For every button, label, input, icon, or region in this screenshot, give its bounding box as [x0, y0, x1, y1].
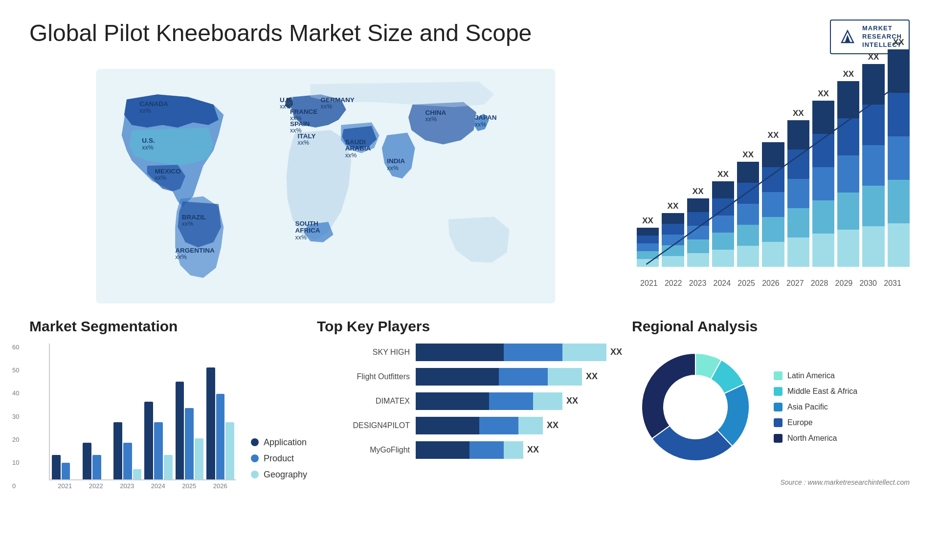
bar-top-label: XX: [818, 89, 829, 99]
bar-top-label: XX: [742, 150, 754, 160]
player-bar-segment: [518, 417, 543, 434]
bar-segment: [712, 181, 734, 198]
bar-stack: [862, 64, 884, 267]
bar-year-label: 2028: [807, 279, 832, 288]
bar-stack: [837, 81, 859, 267]
bar-segment: [787, 208, 809, 237]
seg-y-label: 10: [12, 459, 19, 466]
bar-top-label: XX: [893, 38, 904, 47]
player-bar-segment: [416, 392, 489, 410]
bar-segment: [812, 101, 834, 134]
key-players-container: SKY HIGHXXFlight OutfittersXXDIMATEXXXDE…: [317, 344, 622, 459]
bar-stack: [637, 228, 659, 267]
seg-legend-item: Geography: [251, 470, 307, 480]
seg-x-label: 2024: [144, 482, 172, 490]
bar-segment: [662, 213, 684, 224]
bar-segment: [837, 81, 859, 118]
bar-segment: [837, 155, 859, 193]
bar-group: XX: [862, 52, 884, 267]
key-players-title: Top Key Players: [317, 318, 622, 335]
page-container: Global Pilot Kneeboards Market Size and …: [0, 0, 939, 504]
bar-group: XX: [787, 108, 809, 267]
seg-legend-dot: [251, 438, 259, 446]
bar-year-label: 2030: [856, 279, 880, 288]
bar-group: XX: [888, 38, 910, 267]
bar-segment: [737, 183, 759, 204]
bar-segment: [637, 236, 659, 243]
svg-text:xx%: xx%: [175, 254, 187, 260]
bar-segment: [712, 198, 734, 215]
key-players-section: Top Key Players SKY HIGHXXFlight Outfitt…: [317, 318, 622, 490]
seg-y-label: 30: [12, 413, 19, 420]
donut-svg: [632, 344, 759, 471]
bar-segment: [837, 193, 859, 230]
player-bar-segment: [533, 392, 562, 410]
svg-text:xx%: xx%: [475, 121, 487, 128]
svg-text:xx%: xx%: [295, 234, 307, 240]
svg-text:xx%: xx%: [142, 144, 154, 151]
player-row: DESIGN4PILOTXX: [317, 417, 622, 434]
bar-segment: [812, 134, 834, 167]
player-bar: [416, 344, 606, 361]
bar-chart-section: XXXXXXXXXXXXXXXXXXXXXX 20212022202320242…: [632, 69, 910, 303]
regional-legend-item: Asia Pacific: [774, 403, 857, 411]
seg-legend-dot: [251, 454, 259, 462]
canada-label: CANADA: [139, 100, 168, 108]
regional-legend-color: [774, 403, 782, 411]
seg-bar: [154, 422, 163, 479]
seg-bar: [216, 394, 225, 479]
bar-segment: [812, 234, 834, 267]
seg-bar-group: [144, 402, 172, 479]
bar-segment: [662, 235, 684, 245]
player-row: DIMATEXXX: [317, 392, 622, 410]
bar-group: XX: [812, 89, 834, 267]
seg-y-label: 60: [12, 344, 19, 351]
seg-x-label: 2021: [51, 482, 79, 490]
regional-legend-color: [774, 434, 782, 443]
bar-segment: [737, 225, 759, 246]
bar-segment: [888, 223, 910, 267]
seg-bar-group: [176, 382, 203, 479]
seg-bar-group: [52, 455, 80, 479]
bar-stack: [712, 181, 734, 267]
svg-text:SPAIN: SPAIN: [290, 120, 310, 128]
bar-year-label: 2031: [880, 279, 905, 288]
bar-stack: [888, 49, 910, 267]
seg-bar: [176, 382, 184, 479]
svg-text:xx%: xx%: [155, 174, 166, 181]
bar-segment: [687, 253, 709, 267]
bar-top-label: XX: [843, 69, 854, 79]
bar-year-label: 2024: [710, 279, 734, 288]
regional-section: Regional Analysis Latin AmericaMiddle Ea…: [632, 318, 910, 490]
bar-group: XX: [662, 201, 684, 267]
bar-top-label: XX: [868, 52, 879, 62]
bar-year-label: 2021: [637, 279, 661, 288]
regional-legend: Latin AmericaMiddle East & AfricaAsia Pa…: [774, 371, 857, 443]
bar-stack: [762, 142, 784, 267]
bar-year-label: 2026: [759, 279, 783, 288]
player-bar-segment: [416, 417, 479, 434]
bar-segment: [888, 49, 910, 93]
bar-segment: [662, 224, 684, 235]
seg-chart-area: [49, 344, 236, 480]
source-footer: Source : www.marketresearchintellect.com: [632, 478, 910, 486]
bar-group: XX: [712, 170, 734, 267]
bar-top-label: XX: [717, 170, 729, 179]
player-bar-label: XX: [527, 445, 539, 455]
player-bar: [416, 417, 543, 434]
world-map-svg: CANADA xx% U.S. xx% MEXICO xx% BRAZIL xx…: [29, 69, 622, 303]
player-bar-segment: [562, 344, 606, 361]
player-bar-container: XX: [416, 417, 559, 434]
seg-legend: ApplicationProductGeography: [251, 437, 307, 490]
bar-segment: [762, 167, 784, 192]
bar-segment: [637, 228, 659, 236]
page-title: Global Pilot Kneeboards Market Size and …: [29, 20, 532, 46]
svg-text:xx%: xx%: [345, 151, 357, 158]
seg-bar: [62, 463, 70, 479]
player-name: DESIGN4PILOT: [317, 421, 410, 430]
seg-bar: [164, 455, 173, 479]
player-bar-label: XX: [547, 420, 559, 431]
svg-text:ARGENTINA: ARGENTINA: [175, 246, 215, 254]
regional-container: Latin AmericaMiddle East & AfricaAsia Pa…: [632, 344, 910, 471]
bar-segment: [787, 120, 809, 150]
